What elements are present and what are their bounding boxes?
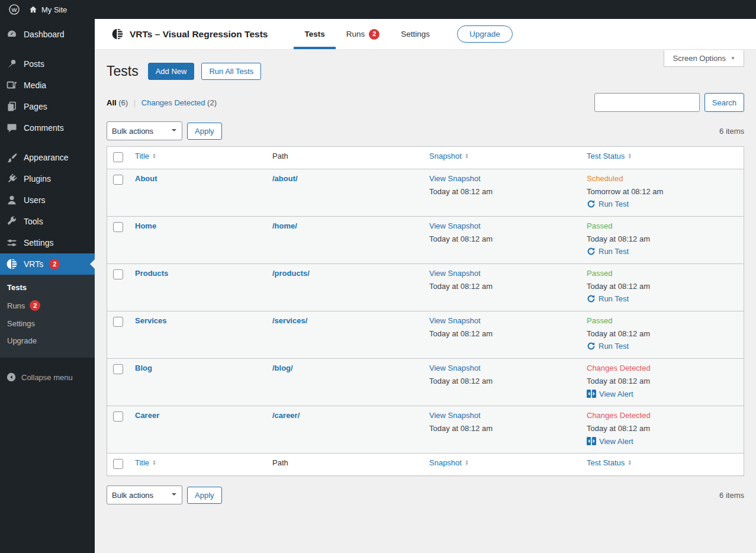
select-all-checkbox[interactable] <box>113 152 123 162</box>
view-snapshot-link[interactable]: View Snapshot <box>429 316 481 325</box>
table-row: Home /home/ View SnapshotToday at 08:12 … <box>107 217 744 264</box>
vrts-badge: 2 <box>49 259 60 269</box>
sidebar-item-posts[interactable]: Posts <box>0 53 95 75</box>
my-site-link[interactable]: My Site <box>28 5 67 14</box>
sort-icon <box>628 460 632 465</box>
test-path-link[interactable]: /products/ <box>272 269 310 278</box>
view-alert-link[interactable]: View Alert <box>587 436 633 446</box>
sort-test-status[interactable]: Test Status <box>587 152 632 160</box>
sidebar-item-label: Posts <box>24 59 44 69</box>
run-all-tests-button[interactable]: Run All Tests <box>201 63 261 80</box>
sidebar-item-media[interactable]: Media <box>0 75 95 96</box>
tab-settings[interactable]: Settings <box>390 19 440 49</box>
table-row: Services /services/ View SnapshotToday a… <box>107 311 744 359</box>
test-title-link[interactable]: Blog <box>135 364 152 372</box>
status-filters: All (6) | Changes Detected (2) <box>107 98 217 107</box>
status-badge: Scheduled <box>587 174 623 183</box>
filter-all[interactable]: All <box>107 98 117 107</box>
status-date: Today at 08:12 am <box>587 424 738 433</box>
row-checkbox[interactable] <box>113 411 123 422</box>
run-test-link[interactable]: Run Test <box>587 200 629 208</box>
search-input[interactable] <box>594 93 700 112</box>
run-test-link[interactable]: Run Test <box>587 247 629 256</box>
submenu-item-upgrade[interactable]: Upgrade <box>0 332 95 349</box>
bulk-actions-select-bottom[interactable]: Bulk actions <box>107 486 182 504</box>
sidebar-item-settings[interactable]: Settings <box>0 232 95 253</box>
test-path-link[interactable]: /blog/ <box>272 364 293 372</box>
submenu-item-tests[interactable]: Tests <box>0 279 95 296</box>
row-checkbox[interactable] <box>113 269 123 279</box>
select-all-checkbox[interactable] <box>113 459 123 469</box>
apply-button[interactable]: Apply <box>187 123 222 140</box>
sort-icon <box>465 460 469 465</box>
test-title-link[interactable]: Products <box>135 269 168 278</box>
refresh-icon <box>587 294 596 303</box>
submenu-item-runs[interactable]: Runs2 <box>0 296 95 315</box>
wordpress-logo-icon[interactable]: W <box>8 4 20 15</box>
screen-options-button[interactable]: Screen Options <box>664 50 744 67</box>
svg-text:W: W <box>12 7 17 13</box>
sort-title[interactable]: Title <box>135 152 156 160</box>
test-path-link[interactable]: /home/ <box>272 221 297 230</box>
filter-changes-detected[interactable]: Changes Detected <box>141 98 205 107</box>
apply-button-bottom[interactable]: Apply <box>187 487 222 504</box>
upgrade-button[interactable]: Upgrade <box>457 25 513 43</box>
media-icon <box>6 79 18 91</box>
view-snapshot-link[interactable]: View Snapshot <box>429 221 481 230</box>
sort-snapshot[interactable]: Snapshot <box>429 152 469 160</box>
row-checkbox[interactable] <box>113 317 123 327</box>
view-snapshot-link[interactable]: View Snapshot <box>429 364 481 372</box>
sort-snapshot[interactable]: Snapshot <box>429 458 469 467</box>
collapse-menu-button[interactable]: Collapse menu <box>0 366 95 388</box>
home-icon <box>28 5 38 14</box>
test-title-link[interactable]: About <box>135 174 157 183</box>
sidebar-item-users[interactable]: Users <box>0 189 95 211</box>
sidebar-item-label: Media <box>24 81 46 90</box>
column-path: Path <box>272 152 288 160</box>
sidebar-item-comments[interactable]: Comments <box>0 117 95 139</box>
sidebar-item-label: Settings <box>24 238 54 247</box>
plugin-icon <box>6 173 18 185</box>
status-date: Today at 08:12 am <box>587 282 738 291</box>
tab-tests[interactable]: Tests <box>294 19 335 49</box>
sidebar-item-tools[interactable]: Tools <box>0 211 95 232</box>
run-test-link[interactable]: Run Test <box>587 342 629 351</box>
sidebar-item-pages[interactable]: Pages <box>0 96 95 117</box>
sort-title[interactable]: Title <box>135 458 156 467</box>
snapshot-date: Today at 08:12 am <box>429 377 575 385</box>
sidebar-item-plugins[interactable]: Plugins <box>0 168 95 189</box>
snapshot-date: Today at 08:12 am <box>429 187 575 196</box>
brush-icon <box>6 152 18 163</box>
sidebar-item-vrts[interactable]: VRTs 2 <box>0 253 95 275</box>
view-alert-link[interactable]: View Alert <box>587 389 633 398</box>
sidebar-item-appearance[interactable]: Appearance <box>0 147 95 168</box>
view-snapshot-link[interactable]: View Snapshot <box>429 411 481 420</box>
test-title-link[interactable]: Home <box>135 221 156 230</box>
status-date: Today at 08:12 am <box>587 329 738 338</box>
row-checkbox[interactable] <box>113 364 123 374</box>
sidebar-item-label: Plugins <box>24 174 51 184</box>
row-checkbox[interactable] <box>113 222 123 232</box>
compare-icon <box>587 389 596 398</box>
add-new-button[interactable]: Add New <box>148 63 195 80</box>
test-title-link[interactable]: Career <box>135 411 159 420</box>
run-test-link[interactable]: Run Test <box>587 294 629 303</box>
sort-test-status[interactable]: Test Status <box>587 458 632 467</box>
test-path-link[interactable]: /services/ <box>272 316 307 325</box>
view-snapshot-link[interactable]: View Snapshot <box>429 269 481 278</box>
comment-icon <box>6 122 18 134</box>
table-row: About /about/ View SnapshotToday at 08:1… <box>107 169 744 217</box>
row-checkbox[interactable] <box>113 175 123 185</box>
tab-runs[interactable]: Runs2 <box>336 19 391 49</box>
test-path-link[interactable]: /career/ <box>272 411 300 420</box>
test-title-link[interactable]: Services <box>135 316 167 325</box>
sidebar-item-dashboard[interactable]: Dashboard <box>0 24 95 45</box>
test-path-link[interactable]: /about/ <box>272 174 298 183</box>
snapshot-date: Today at 08:12 am <box>429 282 575 291</box>
view-snapshot-link[interactable]: View Snapshot <box>429 174 481 183</box>
search-button[interactable]: Search <box>704 93 744 112</box>
submenu-item-settings[interactable]: Settings <box>0 315 95 332</box>
pages-icon <box>6 101 18 112</box>
tests-table: Title Path Snapshot Test Status About /a… <box>107 146 744 476</box>
bulk-actions-select[interactable]: Bulk actions <box>107 121 182 140</box>
